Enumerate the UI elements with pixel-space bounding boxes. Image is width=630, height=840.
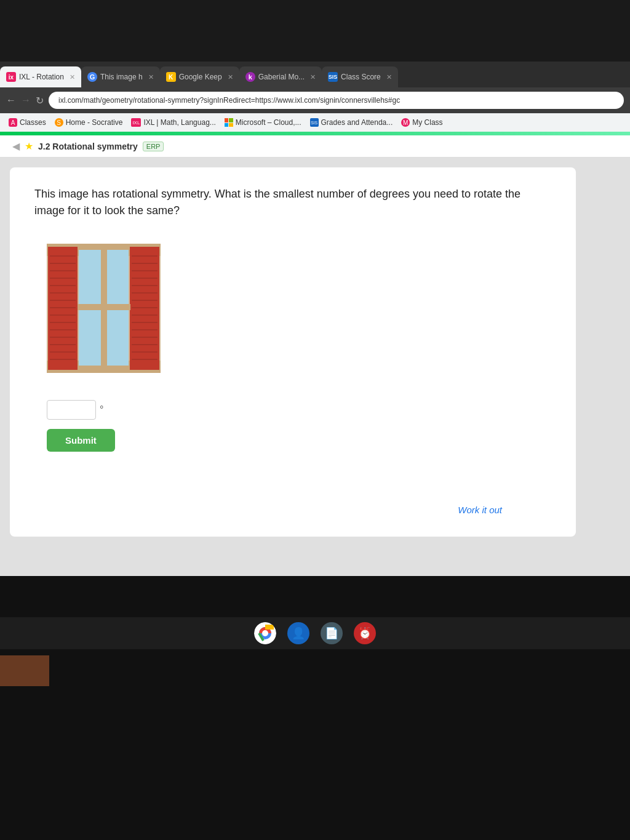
bookmark-microsoft[interactable]: Microsoft – Cloud,... xyxy=(221,117,305,128)
tab-google[interactable]: G This image h ✕ xyxy=(81,66,160,87)
k-tab-icon: k xyxy=(245,72,255,82)
bookmarks-bar: A Classes S Home - Socrative IXL IXL | M… xyxy=(0,113,630,132)
back-button[interactable]: ← xyxy=(6,95,16,106)
browser-window: ix IXL - Rotation ✕ G This image h ✕ K G… xyxy=(0,0,630,840)
microsoft-icon xyxy=(225,118,233,127)
svg-rect-35 xyxy=(79,250,101,305)
svg-rect-38 xyxy=(106,310,129,366)
bookmark-classes[interactable]: A Classes xyxy=(5,117,50,128)
tab-classscore[interactable]: SIS Class Score ✕ xyxy=(322,66,398,87)
address-bar-row: ← → ↻ xyxy=(0,87,630,113)
answer-input[interactable] xyxy=(47,400,96,420)
degree-symbol: ° xyxy=(100,404,103,415)
question-card: This image has rotational symmetry. What… xyxy=(10,167,576,537)
bookmark-mclass[interactable]: M My Class xyxy=(397,117,446,128)
ixl-bookmark-icon: IXL xyxy=(131,118,141,127)
sis-bookmark-icon: SIS xyxy=(310,118,319,127)
reload-button[interactable]: ↻ xyxy=(36,95,44,106)
bookmark-classes-label: Classes xyxy=(20,118,46,127)
tab-keep-label: Google Keep xyxy=(179,73,222,81)
star-icon[interactable]: ★ xyxy=(25,140,33,152)
bottom-left-rect xyxy=(0,655,49,686)
tab-gaberial-label: Gaberial Mo... xyxy=(258,73,305,81)
erp-badge: ERP xyxy=(143,142,164,151)
browser-chrome: ix IXL - Rotation ✕ G This image h ✕ K G… xyxy=(0,62,630,132)
keep-tab-icon: K xyxy=(166,72,176,82)
tab-gaberial-close[interactable]: ✕ xyxy=(310,73,316,81)
tab-ixl-close[interactable]: ✕ xyxy=(70,73,75,81)
tab-keep[interactable]: K Google Keep ✕ xyxy=(160,66,239,87)
classes-icon: A xyxy=(9,118,17,127)
socrative-icon: S xyxy=(55,118,63,127)
sis-tab-icon: SIS xyxy=(328,72,338,82)
ixl-page: ◀ ★ J.2 Rotational symmetry ERP This ima… xyxy=(0,132,630,576)
svg-rect-40 xyxy=(78,304,130,310)
tab-bar: ix IXL - Rotation ✕ G This image h ✕ K G… xyxy=(0,62,630,87)
tab-google-close[interactable]: ✕ xyxy=(148,73,154,81)
illustration-area xyxy=(47,244,161,375)
bookmark-socrative[interactable]: S Home - Socrative xyxy=(51,117,127,128)
svg-rect-36 xyxy=(106,250,129,305)
breadcrumb-text: J.2 Rotational symmetry xyxy=(38,142,138,151)
bookmark-socrative-label: Home - Socrative xyxy=(66,118,123,127)
svg-rect-37 xyxy=(79,310,101,366)
address-input[interactable] xyxy=(49,92,624,109)
tab-ixl[interactable]: ix IXL - Rotation ✕ xyxy=(0,66,81,87)
user-taskbar-icon[interactable]: 👤 xyxy=(287,622,309,644)
files-taskbar-icon[interactable]: 📄 xyxy=(321,622,343,644)
bookmark-microsoft-label: Microsoft – Cloud,... xyxy=(236,118,301,127)
question-text: This image has rotational symmetry. What… xyxy=(34,186,551,219)
chrome-taskbar-icon[interactable] xyxy=(254,622,276,644)
submit-button[interactable]: Submit xyxy=(47,429,115,452)
tab-google-label: This image h xyxy=(100,73,143,81)
google-tab-icon: G xyxy=(87,72,97,82)
content-area: This image has rotational symmetry. What… xyxy=(0,158,630,576)
tab-gaberial[interactable]: k Gaberial Mo... ✕ xyxy=(239,66,322,87)
tab-keep-close[interactable]: ✕ xyxy=(228,73,233,81)
mclass-icon: M xyxy=(401,118,410,127)
bookmark-sis-label: Grades and Attenda... xyxy=(321,118,393,127)
ixl-tab-icon: ix xyxy=(6,72,16,82)
svg-point-43 xyxy=(262,630,268,636)
answer-area: ° xyxy=(47,400,551,420)
window-svg xyxy=(47,244,161,373)
bookmark-sis[interactable]: SIS Grades and Attenda... xyxy=(306,117,397,128)
nav-arrow-left[interactable]: ◀ xyxy=(12,140,20,152)
work-it-out-link[interactable]: Work it out xyxy=(458,505,502,515)
bookmark-ixl[interactable]: IXL IXL | Math, Languag... xyxy=(127,117,219,128)
tab-ixl-label: IXL - Rotation xyxy=(19,73,64,81)
forward-button[interactable]: → xyxy=(21,95,31,106)
ixl-breadcrumb-bar: ◀ ★ J.2 Rotational symmetry ERP xyxy=(0,135,630,158)
bookmark-mclass-label: My Class xyxy=(412,118,442,127)
bookmark-ixl-label: IXL | Math, Languag... xyxy=(143,118,215,127)
tab-classscore-label: Class Score xyxy=(341,73,381,81)
clock-taskbar-icon[interactable]: ⏰ xyxy=(354,622,376,644)
tab-classscore-close[interactable]: ✕ xyxy=(386,73,392,81)
taskbar: 👤 📄 ⏰ xyxy=(0,617,630,649)
